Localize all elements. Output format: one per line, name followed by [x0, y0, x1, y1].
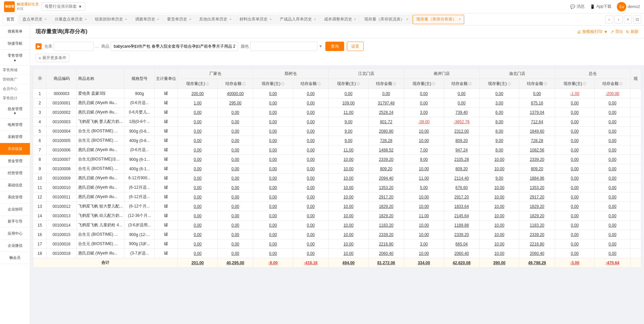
cell-qty-3[interactable]: 11.00	[404, 211, 444, 221]
cell-qty-4[interactable]: 10.00	[479, 221, 519, 230]
cell-amt-5[interactable]: 0.00	[595, 117, 630, 127]
tab-prev-button[interactable]: ‹	[605, 15, 613, 24]
cell-amt-1[interactable]: 0.00	[293, 239, 328, 249]
cell-qty-0[interactable]: 0.00	[178, 127, 218, 136]
cell-amt-0[interactable]: 0.00	[217, 202, 253, 211]
color-input[interactable]	[250, 42, 317, 51]
cell-qty-5[interactable]: 0.00	[555, 117, 595, 127]
cell-qty-2[interactable]: 10.00	[329, 249, 369, 258]
cell-amt-0[interactable]: 0.00	[217, 230, 253, 239]
total-factory-amt[interactable]: 40,295.00	[217, 258, 253, 268]
sidebar-item-guide[interactable]: 新手引导	[0, 216, 30, 228]
cell-amt-4[interactable]: 2216.80	[519, 239, 555, 249]
cell-qty-2[interactable]: 10.00	[329, 230, 369, 239]
cell-qty-0[interactable]: 0.00	[178, 221, 218, 230]
cell-amt-4[interactable]: 728.28	[519, 136, 555, 145]
cell-amt-1[interactable]: 0.00	[293, 221, 328, 230]
cell-qty-0[interactable]: 0.00	[178, 164, 218, 174]
cell-amt-3[interactable]: 665.04	[444, 239, 479, 249]
cell-qty-4[interactable]: 10.00	[479, 164, 519, 174]
cell-qty-1[interactable]: 0.00	[253, 174, 293, 183]
close-icon[interactable]: ×	[229, 17, 231, 21]
total-jiangbei-qty[interactable]: 494.00	[329, 258, 369, 268]
cell-amt-0[interactable]: 0.00	[217, 164, 253, 174]
sidebar-item-purchase[interactable]: 采购管理	[0, 131, 30, 143]
industry-selector[interactable]: 母婴行业演示陈套 ▼	[42, 2, 85, 11]
query-button[interactable]: 查询	[325, 42, 344, 51]
sidebar-item-finance[interactable]: 资金管理	[0, 155, 30, 167]
cell-qty-2[interactable]: 10.00	[329, 221, 369, 230]
cell-qty-2[interactable]: 10.00	[329, 192, 369, 202]
total-yubei-qty[interactable]: 390.00	[479, 258, 519, 268]
close-icon[interactable]: ×	[407, 17, 409, 21]
cell-amt-5[interactable]: 0.00	[595, 136, 630, 145]
cell-qty-5[interactable]: 0.00	[555, 108, 595, 117]
cell-qty-5[interactable]: 0.00	[555, 183, 595, 192]
cell-amt-3[interactable]: 2312.00	[444, 127, 479, 136]
close-icon[interactable]: ×	[314, 17, 316, 21]
cell-amt-4[interactable]: 1183.20	[519, 221, 555, 230]
cell-qty-3[interactable]: 10.00	[404, 136, 444, 145]
cell-qty-0[interactable]: 0.00	[178, 174, 218, 183]
cell-qty-0[interactable]: 0.00	[178, 145, 218, 155]
cell-amt-0[interactable]: 0.00	[217, 183, 253, 192]
cell-amt-3[interactable]: 2145.64	[444, 211, 479, 221]
cell-amt-1[interactable]: 0.00	[293, 230, 328, 239]
cell-qty-0[interactable]: 0.00	[178, 239, 218, 249]
cell-amt-2[interactable]: 2339.20	[368, 230, 404, 239]
close-icon[interactable]: ×	[45, 17, 47, 21]
cell-amt-4[interactable]: 712.64	[519, 117, 555, 127]
cell-amt-1[interactable]: 0.00	[293, 249, 328, 258]
cell-qty-1[interactable]: 0.00	[253, 249, 293, 258]
cell-qty-0[interactable]: 0.00	[178, 230, 218, 239]
cell-qty-3[interactable]: 9.00	[404, 155, 444, 164]
cell-amt-2[interactable]: 2060.40	[368, 249, 404, 258]
cell-qty-5[interactable]: -1.00	[555, 89, 595, 98]
tab-order[interactable]: 要货单历史 ×	[163, 15, 195, 24]
cell-amt-0[interactable]: 0.00	[217, 155, 253, 164]
cell-amt-3[interactable]: 739.40	[444, 108, 479, 117]
cell-qty-1[interactable]: 0.00	[253, 89, 293, 98]
sidebar-item-wechat[interactable]: 企业微信	[0, 240, 30, 252]
close-icon[interactable]: ×	[270, 17, 272, 21]
cell-qty-5[interactable]: 0.00	[555, 145, 595, 155]
cell-amt-2[interactable]: 801.72	[368, 117, 404, 127]
sidebar-item-marketing[interactable]: 营销推广	[0, 75, 30, 84]
cell-amt-1[interactable]: 0.00	[293, 174, 328, 183]
cell-amt-5[interactable]: 0.00	[595, 183, 630, 192]
cell-qty-5[interactable]: 0.00	[555, 127, 595, 136]
cell-amt-1[interactable]: 0.00	[293, 155, 328, 164]
message-button[interactable]: 💬 消息	[570, 4, 585, 9]
cell-qty-0[interactable]: 0.00	[178, 249, 218, 258]
cell-amt-3[interactable]: 1189.88	[444, 221, 479, 230]
close-icon[interactable]: ×	[157, 17, 159, 21]
cell-qty-4[interactable]: 9.00	[479, 136, 519, 145]
cell-qty-5[interactable]: 0.00	[555, 239, 595, 249]
cell-qty-0[interactable]: 0.00	[178, 202, 218, 211]
cell-qty-0[interactable]: 200.00	[178, 89, 218, 98]
cell-qty-2[interactable]: 10.00	[329, 202, 369, 211]
cell-qty-0[interactable]: 0.00	[178, 192, 218, 202]
cell-amt-2[interactable]: 2080.80	[368, 127, 404, 136]
cell-amt-0[interactable]: 0.00	[217, 211, 253, 221]
cell-amt-3[interactable]: 0.00	[444, 89, 479, 98]
tab-close-button[interactable]: ×	[624, 15, 632, 24]
cell-qty-5[interactable]: 0.00	[555, 221, 595, 230]
cell-qty-1[interactable]: 0.00	[253, 230, 293, 239]
cell-qty-1[interactable]: 0.00	[253, 108, 293, 117]
cell-qty-3[interactable]: 10.00	[404, 192, 444, 202]
cell-qty-5[interactable]: 0.00	[555, 211, 595, 221]
cell-amt-2[interactable]: 2094.40	[368, 174, 404, 183]
cell-amt-3[interactable]: 676.60	[444, 183, 479, 192]
cell-amt-2[interactable]: 1353.20	[368, 183, 404, 192]
cell-amt-5[interactable]: 0.00	[595, 211, 630, 221]
cell-amt-2[interactable]: 2528.24	[368, 108, 404, 117]
cell-qty-0[interactable]: 0.00	[178, 108, 218, 117]
cell-qty-4[interactable]: 10.00	[479, 211, 519, 221]
print-button[interactable]: 🖨 按模板打印 ▼	[577, 29, 608, 35]
cell-qty-0[interactable]: 0.00	[178, 136, 218, 145]
cell-qty-3[interactable]: -39.00	[404, 117, 444, 127]
cell-qty-3[interactable]: 10.00	[404, 202, 444, 211]
cell-amt-0[interactable]: 0.00	[217, 108, 253, 117]
cell-amt-2[interactable]: 728.28	[368, 136, 404, 145]
